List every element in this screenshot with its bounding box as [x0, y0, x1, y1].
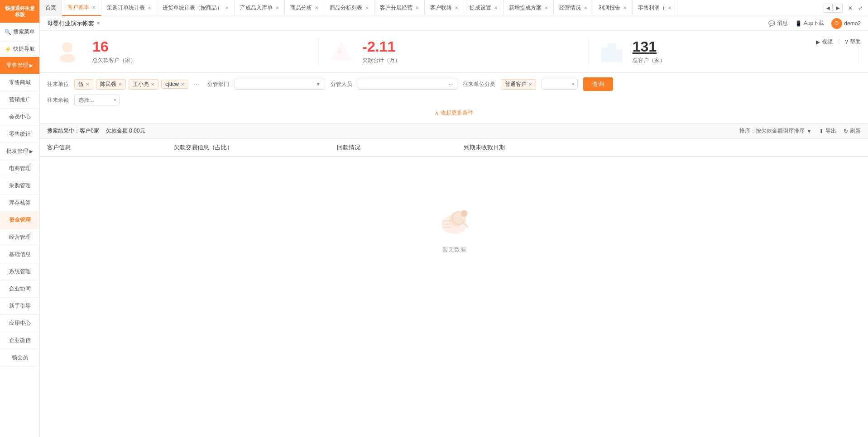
- nav-tab-purchase-stats[interactable]: 进货单统计表（按商品） ✕: [157, 0, 235, 16]
- user-avatar-button[interactable]: D demo2: [831, 18, 861, 29]
- sidebar-item-capital[interactable]: 资金管理: [0, 212, 39, 229]
- remove-tag-cjttcw[interactable]: ✕: [181, 82, 184, 87]
- sidebar-item-system[interactable]: 系统管理: [0, 263, 39, 280]
- svg-rect-14: [443, 227, 451, 228]
- close-tab-product-analysis[interactable]: ✕: [315, 5, 318, 10]
- remainder-select[interactable]: 选择...: [74, 95, 120, 105]
- close-tab-purchase-orders[interactable]: ✕: [148, 5, 151, 10]
- message-button[interactable]: 💬 消息: [768, 19, 788, 27]
- nav-tab-customer-accounts[interactable]: 客户账本 ✕: [62, 0, 101, 16]
- maximize-button[interactable]: ⤢: [858, 5, 863, 11]
- remove-tag-chen[interactable]: ✕: [118, 82, 122, 87]
- stats-section: 16 总欠款客户（家） ¥ -2.11 欠款合计（万）: [40, 31, 868, 73]
- person-dots-btn[interactable]: ···: [449, 81, 453, 87]
- sidebar-item-retail-mall[interactable]: 零售商城: [0, 74, 39, 91]
- sidebar-item-vip[interactable]: 畅会员: [0, 349, 39, 366]
- nav-tab-home[interactable]: 首页: [40, 0, 62, 16]
- help-button[interactable]: ? 帮助: [845, 38, 861, 46]
- stat-value-customers: 16: [92, 39, 136, 54]
- nav-tab-product-analysis[interactable]: 商品分析 ✕: [285, 0, 324, 16]
- sidebar-item-marketing[interactable]: 营销推广: [0, 91, 39, 109]
- nav-tab-profit-report[interactable]: 利润报告 ✕: [593, 0, 633, 16]
- sidebar-item-retail-stats[interactable]: 零售统计: [0, 126, 39, 143]
- video-icon: ▶: [816, 39, 820, 45]
- close-tab-customer-tier[interactable]: ✕: [415, 5, 419, 10]
- filter-tag-normal-customer: 普通客户 ✕: [501, 79, 536, 90]
- query-button[interactable]: 查询: [583, 77, 613, 91]
- close-tab-customer-accounts[interactable]: ✕: [92, 5, 96, 10]
- col-customer-info: 客户信息: [47, 143, 174, 152]
- nav-tabs-container: 首页 客户账本 ✕ 采购订单统计表 ✕ 进货单统计表（按商品） ✕ 产成品入库单…: [40, 0, 818, 16]
- nav-scroll-arrows: ◀ ▶: [824, 4, 843, 13]
- sidebar-item-retail-mgmt[interactable]: 零售管理 ▶: [0, 57, 39, 74]
- close-tab-business-status[interactable]: ✕: [584, 5, 587, 10]
- sidebar-item-purchase[interactable]: 采购管理: [0, 177, 39, 195]
- org-selector[interactable]: 母婴行业演示帐套 ▼: [47, 19, 101, 28]
- person-filter-input[interactable]: ···: [358, 79, 457, 90]
- close-tab-promotions[interactable]: ✕: [494, 5, 498, 10]
- sidebar-item-enterprise-wechat[interactable]: 企业微信: [0, 332, 39, 349]
- close-tab-retail-profit[interactable]: ✕: [668, 5, 671, 10]
- search-menu-button[interactable]: 🔍 搜索菜单: [3, 26, 37, 38]
- remove-tag-wang[interactable]: ✕: [151, 82, 154, 87]
- nav-tab-purchase-orders[interactable]: 采购订单统计表 ✕: [101, 0, 157, 16]
- app-download-button[interactable]: 📱 App下载: [795, 19, 824, 27]
- total-customers-icon: [598, 38, 625, 65]
- filter-more-tags[interactable]: ···: [191, 80, 202, 89]
- svg-text:¥: ¥: [337, 46, 342, 56]
- nav-tab-retail-profit[interactable]: 零售利润（ ✕: [633, 0, 677, 16]
- sidebar-item-app-center[interactable]: 应用中心: [0, 315, 39, 332]
- download-icon: 📱: [795, 20, 802, 27]
- close-tab-new-promotions[interactable]: ✕: [544, 5, 548, 10]
- nav-tab-product-analysis-list[interactable]: 商品分析列表 ✕: [324, 0, 374, 16]
- close-tabs-button[interactable]: ✕: [848, 5, 853, 11]
- sidebar-item-operations[interactable]: 经营管理: [0, 229, 39, 246]
- filter-tag-chen: 陈民强 ✕: [96, 79, 126, 90]
- sidebar-item-wholesale[interactable]: 批发管理 ▶: [0, 143, 39, 160]
- refresh-icon: ↻: [844, 128, 848, 134]
- nav-scroll-left[interactable]: ◀: [824, 4, 833, 13]
- sort-selector[interactable]: 排序：按欠款金额倒序排序 ▼: [739, 127, 812, 135]
- sidebar-item-new-user[interactable]: 新手引导: [0, 298, 39, 315]
- nav-tab-promotions[interactable]: 提成设置 ✕: [464, 0, 504, 16]
- close-tab-product-analysis-list[interactable]: ✕: [365, 5, 369, 10]
- org-header: 母婴行业演示帐套 ▼ 💬 消息 📱 App下载 D demo2: [40, 16, 868, 31]
- category-select[interactable]: [542, 79, 578, 90]
- dept-filter-input[interactable]: | ▼: [235, 79, 325, 90]
- svg-point-1: [60, 54, 75, 63]
- quick-nav-button[interactable]: ⚡ 快捷导航: [0, 42, 39, 57]
- stat-label-total: 总客户（家）: [633, 57, 665, 64]
- close-tab-customer-contact[interactable]: ✕: [455, 5, 458, 10]
- nav-tab-cost-products[interactable]: 产成品入库单 ✕: [235, 0, 285, 16]
- avatar-icon: D: [831, 18, 842, 29]
- sidebar-item-member-center[interactable]: 会员中心: [0, 109, 39, 126]
- nav-tab-customer-tier[interactable]: 客户分层经营 ✕: [374, 0, 425, 16]
- col-debt-info: 欠款交易信息（占比）: [174, 143, 337, 152]
- sidebar-item-ecommerce[interactable]: 电商管理: [0, 160, 39, 177]
- nav-tab-new-promotions[interactable]: 新增提成方案 ✕: [504, 0, 554, 16]
- remove-tag-wu[interactable]: ✕: [86, 82, 89, 87]
- nav-tab-business-status[interactable]: 经营情况 ✕: [554, 0, 593, 16]
- dept-search-input[interactable]: [239, 81, 311, 87]
- video-help-button[interactable]: ▶ 视频: [816, 38, 833, 46]
- sidebar-item-enterprise-collab[interactable]: 企业协同: [0, 280, 39, 298]
- person-search-input[interactable]: [362, 81, 449, 87]
- refresh-button[interactable]: ↻ 刷新: [844, 127, 861, 135]
- sidebar-item-inventory[interactable]: 库存核算: [0, 195, 39, 212]
- nav-tab-customer-contact[interactable]: 客户联络 ✕: [425, 0, 464, 16]
- collapse-button[interactable]: ∧ 收起更多条件: [435, 109, 473, 117]
- remove-tag-normal[interactable]: ✕: [528, 82, 532, 87]
- export-button[interactable]: ⬆ 导出: [819, 127, 836, 135]
- stat-content-debt: -2.11 欠款合计（万）: [362, 39, 400, 64]
- close-tab-purchase-stats[interactable]: ✕: [225, 5, 229, 10]
- help-icon: ?: [845, 39, 848, 45]
- nav-scroll-right[interactable]: ▶: [834, 4, 843, 13]
- unit-category-label: 往来单位分类: [463, 81, 495, 88]
- dept-dropdown-btn[interactable]: ▼: [316, 81, 321, 87]
- filter-tag-wang: 王小亮 ✕: [129, 79, 158, 90]
- sidebar-item-basic-info[interactable]: 基础信息: [0, 246, 39, 263]
- close-tab-profit-report[interactable]: ✕: [623, 5, 627, 10]
- col-overdue-date: 到期未收款日期: [464, 143, 861, 152]
- close-tab-cost-products[interactable]: ✕: [275, 5, 279, 10]
- remainder-filter-label: 往来余额: [47, 96, 69, 104]
